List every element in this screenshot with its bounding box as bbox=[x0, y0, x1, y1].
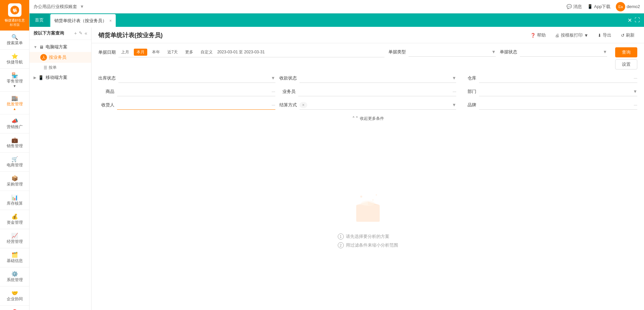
date-7days-btn[interactable]: 近7天 bbox=[165, 49, 180, 56]
receipt-status-control[interactable]: ▼ bbox=[300, 73, 457, 83]
brand-control[interactable]: ··· bbox=[479, 100, 637, 110]
help-label: 帮助 bbox=[537, 32, 546, 38]
filter-row-4: 收货人 ··· 结算方式 × ▼ bbox=[98, 100, 637, 110]
business-label: 经营管理 bbox=[7, 239, 23, 245]
scheme-sub-by-order[interactable]: ☰ 按单 bbox=[30, 63, 91, 72]
date-filter-options: 上月 本月 本年 近7天 更多 自定义 2023-03-01 至 2023-03… bbox=[118, 49, 265, 56]
tip2: 2 用过滤条件来缩小分析范围 bbox=[338, 242, 398, 248]
basic-icon: 🗂️ bbox=[11, 252, 18, 258]
filter-consignee: 收货人 ··· bbox=[98, 100, 275, 110]
scheme-group-desktop[interactable]: ▼ 🖥 电脑端方案 bbox=[30, 42, 91, 52]
date-more-btn[interactable]: 更多 bbox=[182, 49, 196, 56]
out-status-control[interactable]: ▼ bbox=[118, 73, 275, 83]
add-scheme-btn[interactable]: + bbox=[74, 31, 77, 36]
tab-home[interactable]: 首页 bbox=[30, 13, 49, 27]
sidebar-item-system[interactable]: ⚙️ 系统管理 bbox=[0, 267, 29, 287]
mobile-scheme-label: 移动端方案 bbox=[46, 74, 67, 81]
scheme-section-desktop: ▼ 🖥 电脑端方案 人 按业务员 ☰ 按单 ▶ 📱 移动端方案 bbox=[30, 40, 91, 85]
sidebar-item-enterprise[interactable]: 🤝 企业协同 bbox=[0, 287, 29, 306]
collapse-panel-btn[interactable]: « bbox=[85, 31, 87, 36]
app-logo: 畅 畅捷通好生意 标准版 bbox=[0, 0, 29, 31]
settlement-tag-close[interactable]: × bbox=[302, 103, 305, 107]
edit-scheme-btn[interactable]: ✎ bbox=[79, 31, 83, 36]
sidebar-item-marketing[interactable]: 📣 营销推广 bbox=[0, 114, 29, 134]
goods-dots-icon: ··· bbox=[272, 89, 275, 94]
goods-control[interactable]: ··· bbox=[117, 87, 275, 96]
sales-icon: 💼 bbox=[11, 137, 18, 143]
sidebar-item-purchase[interactable]: 📦 采购管理 bbox=[0, 172, 29, 191]
enterprise-label: 企业协同 bbox=[7, 296, 23, 302]
date-prev-month-btn[interactable]: 上月 bbox=[118, 49, 132, 56]
user-profile[interactable]: Ea demo2 bbox=[616, 2, 640, 11]
department-control[interactable]: ▼ bbox=[479, 87, 637, 96]
wholesale-icon: 🏬 bbox=[11, 95, 18, 101]
salesman-control[interactable]: ··· bbox=[298, 87, 457, 96]
doc-type-dropdown-icon: ▼ bbox=[491, 49, 496, 54]
sidebar-item-newbie[interactable]: 🎯 新手引导 bbox=[0, 306, 29, 310]
settlement-label: 结算方式 bbox=[279, 102, 297, 108]
sales-label: 销售管理 bbox=[7, 143, 23, 149]
filter-doc-status: 单据状态 ▼ bbox=[500, 47, 607, 57]
sidebar-search[interactable]: 🔍 搜索菜单 bbox=[0, 31, 29, 50]
tab-sales-stat[interactable]: 销货单统计表（按业务员） × bbox=[50, 14, 116, 28]
salesman-scheme-icon: 人 bbox=[40, 54, 47, 61]
settings-button[interactable]: 设置 bbox=[615, 59, 637, 69]
tip1-text: 请先选择要分析的方案 bbox=[346, 234, 389, 240]
help-btn[interactable]: ❓ 帮助 bbox=[528, 31, 548, 40]
close-tab-icon[interactable]: ✕ bbox=[628, 17, 632, 23]
search-label: 搜索菜单 bbox=[7, 40, 23, 46]
query-button[interactable]: 查询 bbox=[615, 47, 637, 57]
doc-type-control[interactable]: ▼ bbox=[409, 47, 496, 57]
tabbar: 首页 销货单统计表（按业务员） × ✕ ⛶ bbox=[30, 13, 644, 27]
refresh-btn[interactable]: ↺ 刷新 bbox=[618, 31, 637, 40]
tip1-num: 1 bbox=[338, 234, 344, 240]
filter-actions: 查询 设置 bbox=[615, 47, 637, 69]
receipt-status-label: 收款状态 bbox=[279, 75, 297, 81]
doc-status-control[interactable]: ▼ bbox=[520, 47, 607, 57]
scheme-item-by-salesman[interactable]: 人 按业务员 bbox=[30, 52, 91, 63]
message-label: 消息 bbox=[573, 4, 582, 10]
sidebar-item-basic[interactable]: 🗂️ 基础信息 bbox=[0, 248, 29, 267]
export-btn[interactable]: ⬇ 导出 bbox=[595, 31, 614, 40]
svg-text:畅: 畅 bbox=[13, 8, 17, 13]
fullscreen-icon[interactable]: ⛶ bbox=[635, 17, 640, 23]
search-icon: 🔍 bbox=[11, 34, 18, 40]
finance-icon: 💰 bbox=[11, 213, 18, 220]
system-icon: ⚙️ bbox=[11, 271, 18, 277]
consignee-control[interactable]: ··· bbox=[117, 100, 275, 110]
sidebar-item-finance[interactable]: 💰 资金管理 bbox=[0, 210, 29, 229]
tip1: 1 请先选择要分析的方案 bbox=[338, 234, 398, 240]
desktop-expand-arrow: ▼ bbox=[34, 45, 37, 49]
sidebar-item-inventory[interactable]: 📊 库存核算 bbox=[0, 191, 29, 210]
sidebar-item-sales[interactable]: 💼 销售管理 bbox=[0, 134, 29, 153]
department-dropdown-icon: ▼ bbox=[633, 89, 637, 94]
page-title-row: 销货单统计表(按业务员) ❓ 帮助 🖨 按模板打印 ▼ ⬇ bbox=[98, 31, 637, 43]
svg-point-5 bbox=[361, 201, 375, 206]
desktop-icon: 🖥 bbox=[39, 45, 44, 50]
doc-type-label: 单据类型 bbox=[388, 49, 406, 55]
retail-icon: 🏪 bbox=[11, 72, 18, 79]
sales-stat-tab-label: 销货单统计表（按业务员） bbox=[54, 18, 107, 24]
enterprise-icon: 🤝 bbox=[11, 290, 18, 296]
download-btn[interactable]: 📱 App下载 bbox=[587, 4, 610, 10]
tab-close-btn[interactable]: × bbox=[109, 18, 112, 23]
sidebar-item-business[interactable]: 📈 经营管理 bbox=[0, 229, 29, 248]
date-custom-btn[interactable]: 自定义 bbox=[198, 49, 215, 56]
sidebar-item-retail[interactable]: 🏪 零售管理 ▼ bbox=[0, 69, 29, 92]
message-btn[interactable]: 💬 消息 bbox=[567, 4, 582, 10]
warehouse-control[interactable]: ··· bbox=[479, 73, 637, 83]
dropdown-icon[interactable]: ▼ bbox=[80, 4, 84, 9]
sidebar-item-wholesale[interactable]: 🏬 批发管理 ▲ bbox=[0, 92, 29, 114]
print-btn[interactable]: 🖨 按模板打印 ▼ bbox=[552, 31, 591, 40]
sidebar-shortcut[interactable]: ⭐ 快捷导航 bbox=[0, 50, 29, 69]
page-header: 销货单统计表(按业务员) ❓ 帮助 🖨 按模板打印 ▼ ⬇ bbox=[92, 27, 644, 43]
sidebar-item-ecommerce[interactable]: 🛒 电商管理 bbox=[0, 153, 29, 172]
filter-warehouse: 仓库 ··· bbox=[460, 73, 637, 83]
date-curr-year-btn[interactable]: 本年 bbox=[149, 49, 163, 56]
collapse-more-conditions[interactable]: ⌃⌃ 收起更多条件 bbox=[98, 114, 637, 123]
marketing-label: 营销推广 bbox=[7, 124, 23, 130]
scheme-group-mobile[interactable]: ▶ 📱 移动端方案 bbox=[30, 72, 91, 83]
user-label: demo2 bbox=[627, 4, 640, 9]
date-curr-month-btn[interactable]: 本月 bbox=[134, 49, 147, 56]
settlement-control[interactable]: × ▼ bbox=[300, 100, 457, 110]
